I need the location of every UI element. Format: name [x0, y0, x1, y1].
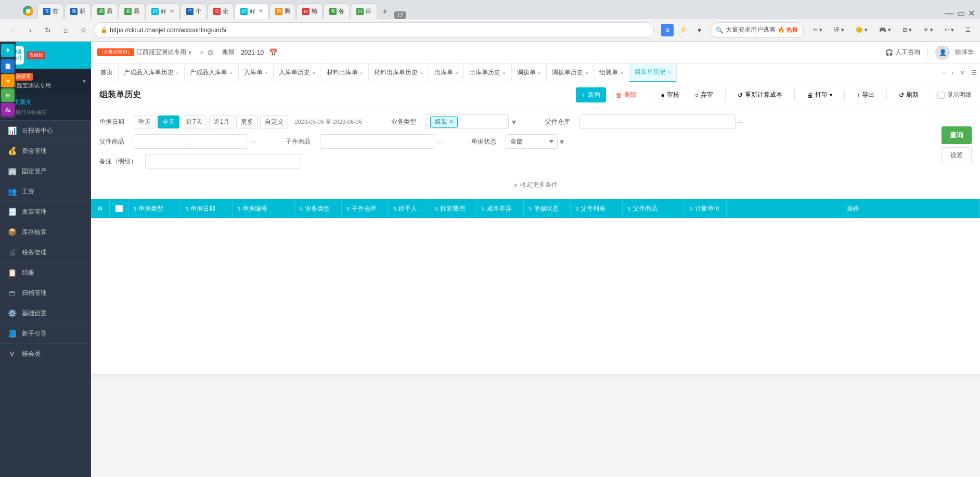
date-btn-today[interactable]: 今天	[158, 115, 179, 128]
browser-tab[interactable]: 在 在	[37, 3, 64, 19]
add-left-icon[interactable]: +	[1, 103, 15, 117]
bc-tab-mat-out-hist[interactable]: 材料出库单历史 ×	[369, 63, 429, 82]
sidebar-item-settings[interactable]: ⚙️ 基础设置	[0, 303, 91, 324]
back-button[interactable]: ‹	[5, 23, 20, 37]
bc-tab-assembly[interactable]: 调拨单 ×	[512, 63, 547, 82]
star-icon[interactable]: ★	[1, 74, 15, 87]
tab-scroll-right[interactable]: ›	[948, 63, 957, 82]
tab-close-all[interactable]: ✕	[957, 63, 968, 82]
reload-button[interactable]: ↻	[41, 23, 55, 37]
show-detail-checkbox[interactable]: 显示明细	[937, 91, 972, 99]
sidebar-item-fund[interactable]: 💰 资金管理	[0, 141, 91, 161]
date-btn-custom[interactable]: 自定义	[260, 115, 288, 128]
parent-warehouse-input[interactable]	[579, 114, 736, 129]
tab-close-icon[interactable]: ×	[668, 69, 671, 75]
tab-close-icon[interactable]: ×	[538, 70, 541, 76]
add-toolbar-icon[interactable]: +	[200, 48, 204, 57]
maximize-button[interactable]: ▭	[957, 8, 965, 18]
browser-tab-active[interactable]: 好 好 ✕	[235, 3, 269, 19]
delete-button[interactable]: 🗑 删除	[610, 87, 642, 102]
tab-close-icon[interactable]: ×	[620, 70, 623, 76]
menu-btn[interactable]: ☰	[961, 23, 975, 37]
extension-btn[interactable]: ⚡	[676, 23, 690, 37]
refresh-button[interactable]: ↺ 刷新	[893, 87, 924, 102]
home-button[interactable]: ⌂	[58, 23, 73, 37]
tab-close-icon[interactable]: ×	[265, 70, 268, 76]
chanjet-icon[interactable]: ✈	[1, 44, 15, 57]
tab-count-badge[interactable]: 12	[394, 11, 406, 19]
tab-close-icon[interactable]: ×	[176, 70, 179, 76]
date-btn-7days[interactable]: 近7天	[182, 115, 207, 128]
browser-tab[interactable]: 腾 腾	[269, 3, 296, 19]
consult-btn[interactable]: 🎧 人工咨询	[885, 48, 920, 57]
translate-btn[interactable]: 译 ▾	[830, 23, 848, 37]
sidebar-item-settle[interactable]: 📋 结账	[0, 263, 91, 283]
tab-close-icon[interactable]: ×	[312, 70, 315, 76]
tab-close-icon[interactable]: ×	[585, 70, 588, 76]
bc-tab-prod-in-hist[interactable]: 产成品入库单历史 ×	[119, 63, 185, 82]
company-selector-topbar[interactable]: （勿删勿禁用） 江西服宝测试专用 ▾	[97, 48, 191, 57]
search-box[interactable]: 🔍 大量安卓用户逃离 🔥 热搜	[710, 22, 804, 38]
close-window-button[interactable]: ✕	[968, 8, 975, 18]
doc-icon[interactable]: 📄	[1, 59, 15, 73]
parent-warehouse-more[interactable]: ···	[738, 118, 744, 126]
settings-button[interactable]: 设置	[942, 147, 972, 163]
bc-tab-in-hist[interactable]: 入库单历史 ×	[274, 63, 321, 82]
sidebar-item-guide[interactable]: 📘 新手引导	[0, 324, 91, 344]
bc-tab-out-order[interactable]: 出库单 ×	[429, 63, 464, 82]
bill-status-expand[interactable]: ▾	[560, 137, 564, 147]
sidebar-favorite-link[interactable]: ☆ 收藏夹	[5, 98, 86, 107]
calendar-icon[interactable]: 📅	[269, 48, 278, 57]
note-input[interactable]	[145, 154, 301, 169]
th-bill-type[interactable]: ⇅ 单据类型	[128, 199, 180, 218]
browser-tab[interactable]: 个 个	[180, 3, 207, 19]
settings-toolbar-icon[interactable]: ⚙	[207, 48, 214, 57]
bc-tab-in-order[interactable]: 入库单 ×	[239, 63, 274, 82]
collapse-button[interactable]: ∧ 收起更多条件	[510, 177, 561, 192]
browser-tab[interactable]: 新 新	[65, 3, 91, 19]
dropdown-btn[interactable]: ▾	[692, 23, 707, 37]
th-parent-goods[interactable]: ⇅ 父件商品	[623, 199, 685, 218]
th-disassembly-fee[interactable]: ⇅ 拆装费用	[430, 199, 477, 218]
browser-tab[interactable]: 企 企	[208, 3, 234, 19]
tab-scroll-left[interactable]: ‹	[940, 63, 948, 82]
browser-tab[interactable]: 易 易	[119, 3, 145, 19]
sidebar-item-salary[interactable]: 👥 工资	[0, 182, 91, 202]
th-bill-status[interactable]: ⇅ 单据状态	[524, 199, 571, 218]
recalc-button[interactable]: ↺ 重新计算成本	[732, 87, 788, 102]
th-child-warehouse[interactable]: ⇅ 子件仓库	[342, 199, 389, 218]
browser-tab[interactable]: 好 好 ✕	[146, 3, 180, 19]
parent-goods-input[interactable]	[134, 134, 248, 149]
grid-left-icon[interactable]: ⊞	[1, 88, 15, 102]
query-button[interactable]: 查询	[942, 126, 972, 144]
sidebar-item-inventory[interactable]: 📦 库存核算	[0, 222, 91, 242]
bc-tab-assemble-order[interactable]: 组装单 ×	[594, 63, 629, 82]
tab-close-icon[interactable]: ×	[502, 70, 506, 76]
th-unit[interactable]: ⇅ 计量单位	[685, 199, 727, 218]
th-checkbox[interactable]	[110, 199, 128, 218]
sidebar-item-report[interactable]: 📊 云报表中心	[0, 121, 91, 141]
browser-tab[interactable]: M 畅	[296, 3, 323, 19]
cut-btn[interactable]: ✂ ▾	[809, 23, 827, 37]
sidebar-item-tax[interactable]: 🖨 税务管理	[0, 242, 91, 263]
child-goods-input[interactable]	[320, 134, 434, 149]
date-btn-yesterday[interactable]: 昨天	[134, 115, 156, 128]
address-bar[interactable]: 🔒 https://cloud.chanjet.com/accounting/u…	[94, 22, 654, 38]
date-btn-1month[interactable]: 近1月	[209, 115, 235, 128]
tab-close-icon[interactable]: ×	[229, 70, 233, 76]
bottom-scrollbar[interactable]	[91, 374, 980, 380]
th-cost-diff[interactable]: ⇅ 成本差异	[477, 199, 524, 218]
minimize-button[interactable]: —	[945, 8, 954, 19]
biz-type-input[interactable]: 组装 ×	[425, 114, 509, 129]
undo-btn[interactable]: ↩ ▾	[940, 23, 958, 37]
sidebar-item-invoice[interactable]: 🧾 发票管理	[0, 202, 91, 222]
game-btn[interactable]: 🎮 ▾	[875, 23, 895, 37]
emoji-btn[interactable]: 😊 ▾	[852, 23, 872, 37]
forward-button[interactable]: ›	[23, 23, 37, 37]
export-button[interactable]: ↑ 导出	[851, 87, 880, 102]
parent-goods-more[interactable]: ···	[250, 137, 256, 146]
add-button[interactable]: + 新增	[576, 87, 605, 102]
print-button[interactable]: 🖨 打印 ▾	[801, 87, 838, 102]
browser-tab[interactable]: 易 易	[92, 3, 118, 19]
th-bill-no[interactable]: ⇅ 单据编号	[233, 199, 295, 218]
